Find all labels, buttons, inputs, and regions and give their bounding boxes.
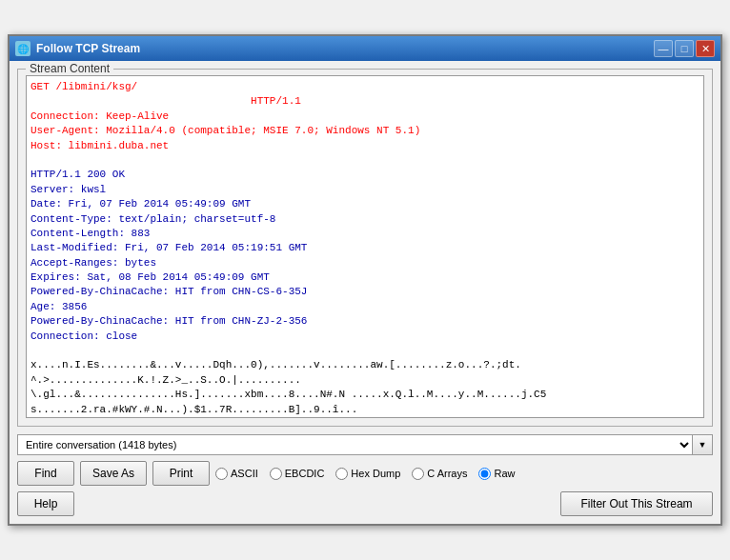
group-label: Stream Content [26, 62, 113, 75]
action-button-row: Find Save As Print ASCII EBCDIC Hex Dump [17, 461, 713, 486]
window-icon: 🌐 [15, 41, 30, 56]
title-controls: — □ ✕ [654, 40, 715, 57]
help-button[interactable]: Help [17, 491, 74, 516]
window-body: Stream Content GET /libmini/ksg/ HTTP/1.… [10, 61, 720, 524]
stream-content-group: Stream Content GET /libmini/ksg/ HTTP/1.… [17, 69, 713, 427]
conversation-selector-row: Entire conversation (1418 bytes) ▼ [17, 434, 713, 455]
print-button[interactable]: Print [152, 461, 210, 486]
bottom-row: Help Filter Out This Stream [17, 491, 713, 516]
conversation-select[interactable]: Entire conversation (1418 bytes) [17, 434, 692, 455]
save-as-button[interactable]: Save As [80, 461, 147, 486]
minimize-button[interactable]: — [654, 40, 673, 57]
close-button[interactable]: ✕ [696, 40, 715, 57]
radio-ebcdic[interactable]: EBCDIC [270, 468, 325, 480]
radio-hexdump[interactable]: Hex Dump [335, 468, 400, 480]
maximize-button[interactable]: □ [675, 40, 694, 57]
title-bar: 🌐 Follow TCP Stream — □ ✕ [10, 36, 720, 61]
find-button[interactable]: Find [17, 461, 74, 486]
radio-ascii[interactable]: ASCII [215, 468, 258, 480]
radio-carrays[interactable]: C Arrays [412, 468, 467, 480]
conversation-dropdown-arrow[interactable]: ▼ [692, 434, 713, 455]
title-bar-left: 🌐 Follow TCP Stream [15, 41, 140, 56]
filter-out-button[interactable]: Filter Out This Stream [560, 491, 713, 516]
follow-tcp-stream-window: 🌐 Follow TCP Stream — □ ✕ Stream Content… [8, 34, 722, 526]
radio-raw[interactable]: Raw [478, 468, 515, 480]
encoding-radio-group: ASCII EBCDIC Hex Dump C Arrays Raw [215, 468, 713, 480]
stream-content-area[interactable]: GET /libmini/ksg/ HTTP/1.1Connection: Ke… [26, 75, 704, 418]
window-title: Follow TCP Stream [36, 42, 140, 55]
